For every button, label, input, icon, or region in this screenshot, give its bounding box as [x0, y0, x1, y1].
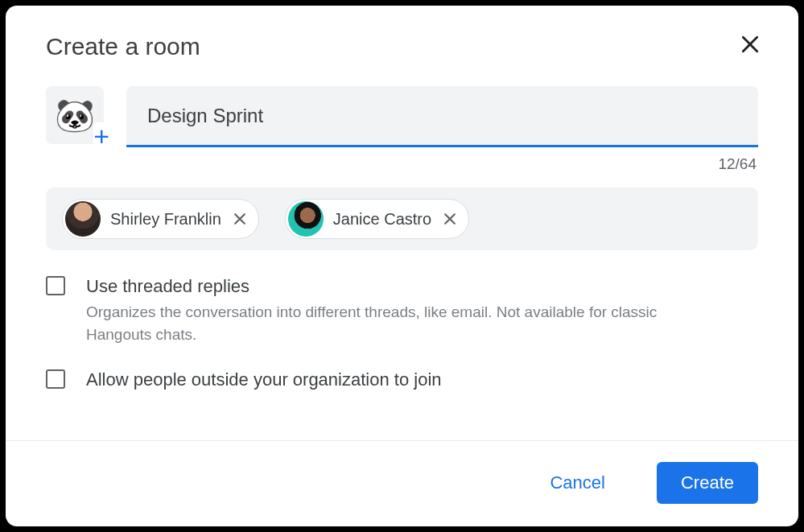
avatar — [65, 201, 101, 237]
avatar — [288, 201, 324, 237]
option-description: Organizes the conversation into differen… — [86, 301, 666, 347]
option-text: Allow people outside your organization t… — [86, 368, 758, 393]
person-chip-label: Janice Castro — [332, 210, 433, 229]
room-emoji-picker[interactable]: 🐼 + — [46, 86, 104, 144]
person-chip[interactable]: Shirley Franklin — [62, 199, 259, 239]
option-label: Use threaded replies — [86, 274, 758, 299]
person-chip-label: Shirley Franklin — [109, 210, 223, 229]
remove-chip-button[interactable] — [231, 210, 249, 228]
external-join-checkbox[interactable] — [46, 369, 65, 389]
threaded-replies-checkbox[interactable] — [46, 276, 65, 295]
create-button[interactable]: Create — [657, 462, 758, 504]
dialog-header: Create a room — [6, 6, 798, 60]
dialog-title: Create a room — [46, 33, 200, 60]
create-room-dialog: Create a room 🐼 + 12/64 Shirley Franklin… — [6, 6, 798, 526]
close-button[interactable] — [739, 33, 761, 56]
options-section: Use threaded replies Organizes the conve… — [6, 250, 798, 414]
close-icon — [740, 34, 761, 55]
dialog-footer: Cancel Create — [6, 440, 798, 526]
panda-icon: 🐼 — [55, 99, 95, 131]
room-name-field-wrap: 12/64 — [126, 86, 758, 173]
option-label: Allow people outside your organization t… — [86, 368, 758, 393]
external-join-option: Allow people outside your organization t… — [46, 368, 758, 393]
option-text: Use threaded replies Organizes the conve… — [86, 274, 758, 347]
char-counter: 12/64 — [126, 147, 758, 173]
close-icon — [442, 211, 458, 227]
cancel-button[interactable]: Cancel — [526, 462, 629, 504]
person-chip[interactable]: Janice Castro — [285, 199, 469, 239]
people-chip-area[interactable]: Shirley Franklin Janice Castro — [46, 188, 758, 250]
close-icon — [232, 211, 248, 227]
plus-icon: + — [93, 122, 109, 150]
threaded-replies-option: Use threaded replies Organizes the conve… — [46, 274, 758, 347]
room-name-input[interactable] — [126, 86, 758, 147]
remove-chip-button[interactable] — [441, 210, 459, 228]
room-name-row: 🐼 + 12/64 — [6, 60, 798, 173]
